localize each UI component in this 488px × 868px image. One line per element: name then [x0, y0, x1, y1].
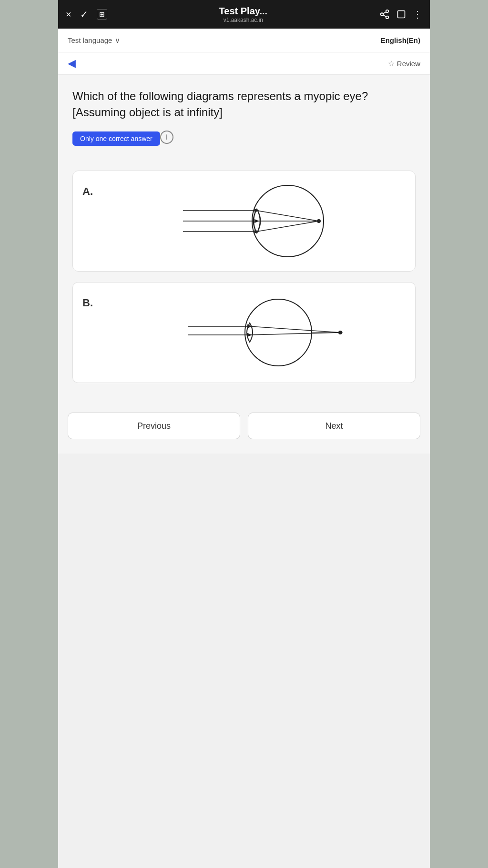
review-button[interactable]: ☆ Review [388, 59, 420, 68]
app-subtitle: v1.aakash.ac.in [224, 17, 263, 23]
back-icon: ◀ [68, 57, 76, 69]
top-bar-right: ⋮ [379, 9, 422, 20]
bookmark-button[interactable] [396, 9, 406, 20]
check-icon: ✓ [80, 9, 88, 20]
top-bar-center: Test Play... v1.aakash.ac.in [219, 6, 268, 23]
svg-rect-5 [398, 11, 405, 18]
option-b-svg [154, 292, 355, 373]
review-label: Review [397, 60, 420, 68]
check-button[interactable]: ✓ [80, 9, 88, 20]
option-a-label: A. [82, 185, 97, 198]
lang-label: Test language [68, 36, 112, 44]
app-title: Test Play... [219, 6, 268, 17]
option-a-card[interactable]: A. [72, 171, 416, 272]
grid-icon: ⊞ [99, 10, 105, 18]
top-bar: × ✓ ⊞ Test Play... v1.aakash.ac.in [58, 0, 430, 29]
svg-point-16 [317, 219, 321, 223]
svg-point-17 [245, 299, 312, 366]
svg-line-4 [383, 12, 386, 14]
answer-type-badge[interactable]: Only one correct answer [72, 131, 160, 146]
share-button[interactable] [379, 9, 390, 20]
svg-point-1 [381, 13, 384, 16]
close-button[interactable]: × [66, 9, 71, 20]
option-b-diagram [103, 292, 406, 373]
lang-bar: Test language ∨ English(En) [58, 29, 430, 52]
previous-button[interactable]: Previous [68, 413, 240, 439]
option-b-card[interactable]: B. [72, 282, 416, 383]
top-bar-left: × ✓ ⊞ [66, 9, 107, 20]
lang-chevron: ∨ [115, 36, 120, 45]
svg-point-0 [386, 10, 389, 13]
lang-value: English(En) [381, 36, 420, 44]
main-content: Which of the following diagrams represen… [58, 75, 430, 403]
question-text: Which of the following diagrams represen… [72, 88, 416, 120]
svg-line-3 [383, 15, 386, 17]
option-a-svg [154, 181, 355, 262]
phone-frame: × ✓ ⊞ Test Play... v1.aakash.ac.in [58, 0, 430, 868]
bottom-nav: Previous Next [58, 403, 430, 454]
more-icon: ⋮ [413, 9, 422, 20]
grid-button[interactable]: ⊞ [97, 9, 107, 20]
next-button[interactable]: Next [248, 413, 420, 439]
info-icon[interactable]: i [160, 131, 173, 144]
option-b-label: B. [82, 297, 97, 309]
info-symbol: i [166, 133, 168, 141]
option-a-diagram [103, 181, 406, 262]
close-icon: × [66, 9, 71, 20]
review-star-icon: ☆ [388, 59, 395, 68]
back-button[interactable]: ◀ [68, 57, 76, 70]
more-button[interactable]: ⋮ [413, 9, 422, 20]
sub-nav: ◀ ☆ Review [58, 52, 430, 75]
svg-point-2 [386, 16, 389, 19]
